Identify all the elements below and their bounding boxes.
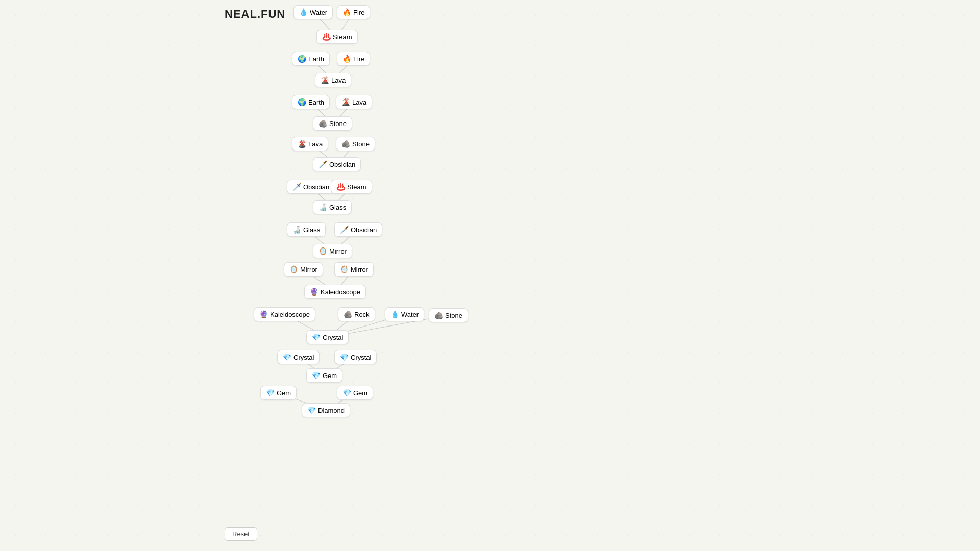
reset-button[interactable]: Reset	[225, 527, 257, 541]
element-emoji-lava1: 🌋	[321, 76, 329, 84]
element-emoji-kaleidoscope2: 🔮	[259, 310, 268, 318]
element-node-fire1: 🔥Fire	[337, 5, 370, 19]
element-label-obsidian3: Obsidian	[351, 226, 377, 234]
element-emoji-stone2: 🪨	[341, 140, 350, 148]
element-label-lava3: Lava	[308, 140, 323, 148]
element-label-crystal1: Crystal	[323, 334, 343, 341]
element-emoji-glass2: 🍶	[292, 226, 301, 234]
element-label-water2: Water	[401, 311, 419, 318]
element-label-kaleidoscope2: Kaleidoscope	[270, 311, 310, 318]
element-label-mirror1: Mirror	[329, 247, 347, 255]
element-label-diamond1: Diamond	[318, 407, 345, 414]
element-node-stone1: 🪨Stone	[313, 116, 352, 131]
element-node-obsidian3: 🗡️Obsidian	[334, 222, 382, 237]
element-emoji-gem3: 💎	[342, 389, 351, 397]
element-emoji-gem2: 💎	[266, 389, 275, 397]
element-emoji-lava3: 🌋	[298, 140, 306, 148]
element-node-glass1: 🍶Glass	[313, 200, 352, 214]
element-emoji-earth1: 🌍	[298, 55, 306, 63]
element-node-water2: 💧Water	[385, 307, 424, 321]
element-emoji-obsidian2: 🗡️	[292, 183, 301, 191]
element-node-mirror2: 🪞Mirror	[284, 262, 323, 277]
element-label-lava1: Lava	[331, 77, 346, 84]
element-label-gem3: Gem	[353, 389, 368, 397]
element-node-mirror1: 🪞Mirror	[313, 244, 352, 258]
element-emoji-steam1: ♨️	[322, 33, 331, 41]
element-label-stone3: Stone	[445, 312, 462, 319]
element-emoji-glass1: 🍶	[318, 203, 327, 211]
element-label-stone2: Stone	[352, 140, 370, 148]
element-label-earth2: Earth	[308, 98, 324, 106]
element-emoji-obsidian1: 🗡️	[318, 160, 327, 168]
element-node-gem3: 💎Gem	[337, 386, 373, 400]
logo: NEAL.FUN	[225, 8, 285, 21]
element-emoji-mirror2: 🪞	[289, 265, 298, 273]
element-node-glass2: 🍶Glass	[287, 222, 326, 237]
element-label-rock1: Rock	[354, 311, 370, 318]
element-node-diamond1: 💎Diamond	[302, 403, 350, 417]
element-emoji-mirror1: 🪞	[318, 247, 327, 255]
element-node-crystal1: 💎Crystal	[306, 330, 349, 344]
element-label-glass1: Glass	[329, 204, 346, 211]
element-emoji-lava2: 🌋	[341, 98, 350, 106]
element-emoji-crystal1: 💎	[312, 333, 321, 341]
element-emoji-crystal2: 💎	[283, 353, 291, 361]
element-label-mirror2: Mirror	[300, 266, 317, 273]
element-node-earth2: 🌍Earth	[292, 95, 330, 109]
element-label-kaleidoscope1: Kaleidoscope	[321, 288, 360, 296]
element-node-crystal3: 💎Crystal	[334, 350, 377, 364]
element-node-stone2: 🪨Stone	[336, 137, 375, 151]
element-node-mirror3: 🪞Mirror	[334, 262, 374, 277]
element-emoji-steam2: ♨️	[336, 183, 345, 191]
element-emoji-crystal3: 💎	[340, 353, 349, 361]
element-emoji-fire1: 🔥	[342, 8, 351, 16]
element-node-steam1: ♨️Steam	[316, 30, 358, 44]
element-node-rock1: 🪨Rock	[338, 307, 375, 321]
element-label-gem2: Gem	[277, 389, 291, 397]
element-node-crystal2: 💎Crystal	[277, 350, 320, 364]
element-node-water1: 💧Water	[293, 5, 333, 19]
element-emoji-water2: 💧	[390, 310, 399, 318]
element-emoji-obsidian3: 🗡️	[340, 226, 349, 234]
element-emoji-mirror3: 🪞	[340, 265, 349, 273]
element-node-obsidian1: 🗡️Obsidian	[313, 157, 361, 171]
element-node-steam2: ♨️Steam	[331, 180, 372, 194]
element-label-obsidian2: Obsidian	[303, 183, 329, 191]
element-label-earth1: Earth	[308, 55, 324, 63]
element-node-stone3: 🪨Stone	[429, 308, 468, 322]
element-emoji-stone1: 🪨	[318, 119, 327, 128]
element-emoji-rock1: 🪨	[344, 310, 352, 318]
element-emoji-stone3: 🪨	[434, 311, 443, 319]
element-emoji-water1: 💧	[299, 8, 308, 16]
element-node-fire2: 🔥Fire	[337, 52, 370, 66]
element-label-gem1: Gem	[323, 372, 337, 380]
element-node-lava3: 🌋Lava	[292, 137, 328, 151]
element-label-fire1: Fire	[353, 9, 364, 16]
element-label-lava2: Lava	[352, 98, 366, 106]
element-label-steam1: Steam	[333, 33, 352, 41]
element-label-water1: Water	[310, 9, 327, 16]
element-label-mirror3: Mirror	[351, 266, 368, 273]
element-node-obsidian2: 🗡️Obsidian	[287, 180, 335, 194]
element-label-stone1: Stone	[329, 120, 347, 128]
element-node-gem2: 💎Gem	[260, 386, 297, 400]
element-label-crystal2: Crystal	[293, 354, 314, 361]
element-node-gem1: 💎Gem	[306, 368, 342, 383]
element-emoji-kaleidoscope1: 🔮	[310, 288, 318, 296]
element-node-kaleidoscope1: 🔮Kaleidoscope	[304, 285, 366, 299]
element-label-steam2: Steam	[347, 183, 366, 191]
element-emoji-gem1: 💎	[312, 371, 321, 380]
element-emoji-earth2: 🌍	[298, 98, 306, 106]
element-label-crystal3: Crystal	[351, 354, 371, 361]
element-emoji-fire2: 🔥	[342, 55, 351, 63]
element-node-kaleidoscope2: 🔮Kaleidoscope	[254, 307, 315, 321]
element-node-earth1: 🌍Earth	[292, 52, 330, 66]
element-node-lava2: 🌋Lava	[336, 95, 372, 109]
element-label-glass2: Glass	[303, 226, 320, 234]
element-emoji-diamond1: 💎	[307, 406, 316, 414]
element-node-lava1: 🌋Lava	[315, 73, 351, 87]
element-label-fire2: Fire	[353, 55, 364, 63]
element-label-obsidian1: Obsidian	[329, 161, 355, 168]
